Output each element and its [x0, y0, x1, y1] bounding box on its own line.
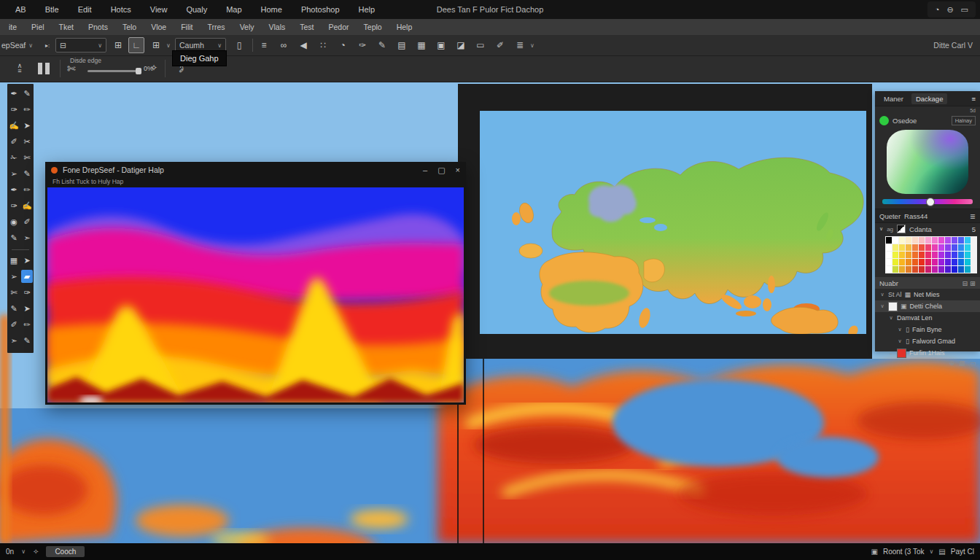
menu-item-qualy[interactable]: Qualy	[176, 5, 217, 14]
menu-item-ab[interactable]: AB	[6, 5, 36, 14]
tool-icon[interactable]: ➣	[21, 231, 33, 244]
menu-item-vlals[interactable]: Vlals	[261, 23, 292, 31]
tool-icon[interactable]: ✎	[21, 334, 33, 347]
floating-document-window[interactable]: Fone DrepSeef - Datiger Halp – ▢ × Fh Li…	[45, 162, 466, 405]
tool-icon[interactable]: ➢	[8, 167, 20, 180]
color-swatch[interactable]	[919, 266, 925, 273]
menu-item-map[interactable]: Map	[217, 5, 251, 14]
menu-item-test[interactable]: Test	[292, 23, 321, 31]
chevron-icon[interactable]: –	[888, 351, 894, 356]
layer-label[interactable]: Damvat Len	[897, 314, 933, 322]
color-swatch[interactable]	[892, 244, 898, 251]
color-swatch[interactable]	[925, 237, 931, 244]
ratio-icon[interactable]: ∷	[316, 38, 330, 52]
back-arrow-icon[interactable]: ◀	[296, 38, 311, 52]
layer-row[interactable]: ∨▣Detti Chela	[875, 300, 980, 312]
swatch-grid[interactable]	[885, 236, 977, 273]
pen-icon[interactable]: ✎	[375, 38, 389, 52]
menu-item-pedor[interactable]: Pedor	[322, 23, 357, 31]
tool-icon[interactable]: ✑	[21, 286, 33, 299]
color-swatch[interactable]	[886, 259, 892, 265]
color-swatch[interactable]	[892, 259, 898, 265]
layer-label[interactable]: Furfin 1Hais	[909, 349, 945, 357]
close-button[interactable]: ×	[456, 166, 460, 175]
color-swatch[interactable]	[938, 259, 944, 265]
layer-thumbnail[interactable]	[897, 349, 906, 358]
chevron-icon[interactable]: ∨	[897, 327, 903, 332]
color-swatch[interactable]	[919, 237, 925, 244]
scissors-gauge-icon[interactable]: ✄	[67, 63, 76, 74]
color-swatch[interactable]	[945, 244, 951, 251]
layer-label[interactable]: Falword Gmad	[912, 338, 955, 345]
card-icon[interactable]: ▭	[473, 38, 488, 52]
color-swatch[interactable]	[932, 259, 938, 265]
color-swatch[interactable]	[952, 252, 957, 258]
color-swatch[interactable]	[938, 252, 944, 258]
color-swatch[interactable]	[945, 259, 951, 265]
tool-icon[interactable]: ➤	[21, 302, 33, 315]
color-swatch[interactable]	[919, 252, 925, 258]
color-swatch[interactable]	[945, 266, 951, 273]
color-swatch[interactable]	[886, 244, 892, 251]
color-swatch[interactable]	[899, 252, 905, 258]
chevron-icon[interactable]: ∨	[888, 315, 894, 321]
tab-dackage[interactable]: Dackage	[911, 93, 948, 104]
map-document-panel[interactable]	[458, 84, 872, 359]
color-swatch[interactable]	[906, 237, 911, 244]
menu-item-hotcs[interactable]: Hotcs	[101, 5, 141, 14]
tool-icon[interactable]: ➢	[8, 270, 20, 283]
clock-icon[interactable]: ◔	[935, 5, 940, 14]
layer-label[interactable]: Detti Chela	[910, 303, 943, 310]
tab-maner[interactable]: Maner	[879, 93, 908, 104]
color-swatch[interactable]	[932, 244, 938, 251]
tab-rass[interactable]: Rass44	[904, 212, 928, 220]
color-swatch[interactable]	[932, 237, 938, 244]
list-icon[interactable]: ≣	[513, 38, 527, 52]
floating-window-titlebar[interactable]: Fone DrepSeef - Datiger Halp – ▢ ×	[45, 162, 466, 178]
hue-slider-knob[interactable]	[926, 198, 935, 206]
tool-icon[interactable]: ✐	[8, 135, 20, 148]
color-swatch[interactable]	[906, 252, 911, 258]
color-swatch[interactable]	[912, 266, 918, 273]
color-swatch[interactable]	[945, 237, 951, 244]
color-swatch[interactable]	[919, 244, 925, 251]
tool-icon[interactable]: ✐	[21, 215, 33, 228]
tool-icon[interactable]: ✑	[8, 103, 20, 116]
color-swatch[interactable]	[938, 237, 944, 244]
menu-item-filit[interactable]: Filit	[174, 23, 200, 31]
color-swatch[interactable]	[906, 244, 911, 251]
panel-menu-icon[interactable]: ≣	[970, 212, 976, 220]
tool-icon[interactable]: ✑	[8, 199, 20, 212]
tool-icon[interactable]: ✁	[8, 151, 20, 164]
chevron-icon[interactable]: ∨	[879, 292, 885, 298]
layer-row[interactable]: –Furfin 1Hais	[875, 347, 980, 359]
tool-icon[interactable]: ➤	[21, 119, 33, 132]
menu-item-edit[interactable]: Edit	[69, 5, 101, 14]
zoom-level-label[interactable]: Roont (3 Tok	[883, 548, 925, 556]
color-swatch[interactable]	[919, 259, 925, 265]
tool-icon[interactable]: ✎	[8, 231, 20, 244]
pause-icon[interactable]	[38, 63, 50, 74]
layer-row[interactable]: ∨▯Fain Byne	[875, 324, 980, 335]
menu-item-photoshop[interactable]: Photoshop	[292, 5, 349, 14]
color-swatch[interactable]	[912, 237, 918, 244]
tool-icon[interactable]: ✂	[21, 135, 33, 148]
menu-item-piel[interactable]: Piel	[24, 23, 52, 31]
framed-image-icon[interactable]: ▦	[414, 38, 429, 52]
align-lines-icon[interactable]: ≡	[257, 38, 271, 52]
stamp-icon[interactable]: ▣	[434, 38, 448, 52]
color-swatch[interactable]	[958, 252, 964, 258]
color-swatch[interactable]	[892, 237, 898, 244]
menu-item-view[interactable]: View	[141, 5, 177, 14]
color-swatch[interactable]	[965, 259, 971, 265]
corner-tool-icon[interactable]: ∟	[128, 37, 144, 53]
color-swatch[interactable]	[925, 244, 931, 251]
color-swatch[interactable]	[958, 244, 964, 251]
menu-item-ite[interactable]: ite	[1, 23, 24, 31]
color-swatch[interactable]	[965, 266, 971, 273]
tool-icon[interactable]: ✏	[21, 103, 33, 116]
add-layer-icon[interactable]: ⊕	[949, 359, 954, 367]
document-icon[interactable]: ▤	[394, 38, 409, 52]
tool-icon[interactable]: ➣	[8, 334, 20, 347]
color-swatch[interactable]	[952, 237, 957, 244]
